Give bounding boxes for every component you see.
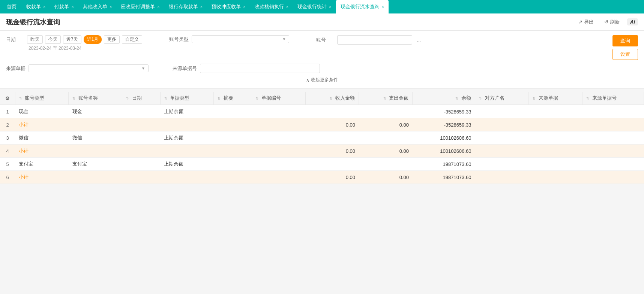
col-account-type[interactable]: ⇅ 账号类型 — [15, 92, 69, 105]
close-tab-2[interactable]: × — [110, 4, 112, 9]
date-btn-custom[interactable]: 自定义 — [122, 35, 142, 44]
source-doc-label: 来源单据 — [6, 65, 26, 72]
query-button[interactable]: 查询 — [612, 35, 638, 46]
date-btn-yesterday[interactable]: 昨天 — [27, 35, 43, 44]
row-no: 5 — [0, 158, 15, 171]
ai-badge[interactable]: Ai — [627, 18, 638, 25]
nav-tab-3[interactable]: 应收应付调整单 × — [116, 0, 164, 13]
row-source-doc — [528, 118, 582, 131]
sort-icon-source-doc: ⇅ — [533, 97, 536, 100]
sort-icon-account-name: ⇅ — [72, 97, 75, 100]
nav-tab-1[interactable]: 付款单 × — [50, 0, 78, 13]
close-tab-4[interactable]: × — [200, 4, 203, 9]
account-dots-icon[interactable]: ... — [415, 37, 422, 43]
settings-button[interactable]: 设置 — [612, 49, 638, 60]
source-doc-no-label: 来源单据号 — [173, 65, 197, 72]
nav-tab-2[interactable]: 其他收入单 × — [78, 0, 116, 13]
row-counterparty — [475, 171, 528, 184]
row-expense — [359, 131, 413, 145]
account-type-select[interactable]: ▼ — [192, 35, 289, 43]
source-doc-arrow-icon: ▼ — [141, 66, 145, 70]
export-button[interactable]: ↗ 导出 — [575, 17, 597, 27]
row-no: 1 — [0, 105, 15, 118]
date-btn-today[interactable]: 今天 — [45, 35, 61, 44]
nav-tab-7[interactable]: 现金银行统计 × — [293, 0, 336, 13]
table-header-row: ⚙ ⇅ 账号类型 ⇅ 账号名称 ⇅ 日期 ⇅ 单据类型 — [0, 92, 644, 105]
row-balance: 100102606.60 — [413, 145, 475, 158]
account-type-arrow-icon: ▼ — [282, 37, 286, 41]
col-account-name[interactable]: ⇅ 账号名称 — [69, 92, 122, 105]
col-settings[interactable]: ⚙ — [0, 92, 15, 105]
row-source-doc-no — [582, 131, 644, 145]
nav-tab-6[interactable]: 收款核销执行 × — [250, 0, 293, 13]
row-source-doc — [528, 171, 582, 184]
date-btn-1month[interactable]: 近1月 — [84, 35, 102, 44]
source-doc-no-input[interactable] — [200, 64, 320, 73]
page-title: 现金银行流水查询 — [6, 18, 60, 27]
table-body: 1现金现金上期余额-3528659.332小计0.000.00-3528659.… — [0, 105, 644, 184]
source-doc-select[interactable]: ▼ — [29, 64, 149, 72]
col-summary[interactable]: ⇅ 摘要 — [214, 92, 252, 105]
table-row: 5支付宝支付宝上期余额19871073.60 — [0, 158, 644, 171]
date-btn-more[interactable]: 更多 — [104, 35, 120, 44]
row-no: 3 — [0, 131, 15, 145]
row-account-type: 支付宝 — [15, 158, 69, 171]
row-counterparty — [475, 131, 528, 145]
nav-tab-0[interactable]: 收款单 × — [22, 0, 50, 13]
col-doc-no[interactable]: ⇅ 单据编号 — [252, 92, 305, 105]
sort-icon-income: ⇅ — [330, 97, 333, 100]
row-account-name: 支付宝 — [69, 158, 122, 171]
row-doc-no — [252, 145, 305, 158]
row-source-doc-no — [582, 118, 644, 131]
page-header: 现金银行流水查询 ↗ 导出 ↺ 刷新 Ai — [0, 13, 644, 31]
col-source-doc[interactable]: ⇅ 来源单据 — [528, 92, 582, 105]
table-container: ⚙ ⇅ 账号类型 ⇅ 账号名称 ⇅ 日期 ⇅ 单据类型 — [0, 92, 644, 184]
close-tab-7[interactable]: × — [329, 4, 331, 9]
row-account-name — [69, 171, 122, 184]
row-account-type: 微信 — [15, 131, 69, 145]
col-doc-type[interactable]: ⇅ 单据类型 — [160, 92, 214, 105]
col-source-doc-no[interactable]: ⇅ 来源单据号 — [582, 92, 644, 105]
col-date[interactable]: ⇅ 日期 — [122, 92, 160, 105]
row-doc-no — [252, 171, 305, 184]
row-doc-type — [160, 145, 214, 158]
close-tab-5[interactable]: × — [243, 4, 245, 9]
account-input[interactable] — [337, 35, 412, 45]
collapse-icon: ∧ — [306, 78, 309, 83]
close-tab-8[interactable]: × — [382, 4, 384, 9]
nav-tab-5[interactable]: 预收冲应收单 × — [207, 0, 250, 13]
sort-icon-balance: ⇅ — [455, 97, 458, 100]
collapse-bar[interactable]: ∧ 收起更多条件 — [6, 75, 638, 84]
table-row: 4小计0.000.00100102606.60 — [0, 145, 644, 158]
col-income[interactable]: ⇅ 收入金额 — [305, 92, 359, 105]
row-balance: 19871073.60 — [413, 171, 475, 184]
sort-icon-doc-no: ⇅ — [256, 97, 259, 100]
nav-home[interactable]: 首页 — [2, 0, 22, 13]
row-no: 4 — [0, 145, 15, 158]
sort-icon-summary: ⇅ — [218, 97, 221, 100]
refresh-button[interactable]: ↺ 刷新 — [601, 17, 623, 27]
close-tab-6[interactable]: × — [286, 4, 288, 9]
date-btn-7days[interactable]: 近7天 — [63, 35, 81, 44]
close-tab-3[interactable]: × — [157, 4, 159, 9]
sort-icon-expense: ⇅ — [383, 97, 386, 100]
table-row: 2小计0.000.00-3528659.33 — [0, 118, 644, 131]
row-date — [122, 131, 160, 145]
row-source-doc-no — [582, 145, 644, 158]
row-summary — [214, 145, 252, 158]
row-account-type: 小计 — [15, 118, 69, 131]
close-tab-1[interactable]: × — [71, 4, 74, 9]
nav-tab-4[interactable]: 银行存取款单 × — [164, 0, 207, 13]
row-source-doc — [528, 158, 582, 171]
sort-icon-doc-type: ⇅ — [164, 97, 167, 100]
col-counterparty[interactable]: ⇅ 对方户名 — [475, 92, 528, 105]
close-tab-0[interactable]: × — [43, 4, 45, 9]
row-expense: 0.00 — [359, 171, 413, 184]
nav-tab-8[interactable]: 现金银行流水查询 × — [336, 0, 389, 13]
col-balance[interactable]: ⇅ 余额 — [413, 92, 475, 105]
row-counterparty — [475, 145, 528, 158]
export-icon: ↗ — [578, 19, 582, 25]
row-date — [122, 158, 160, 171]
row-no: 6 — [0, 171, 15, 184]
col-expense[interactable]: ⇅ 支出金额 — [359, 92, 413, 105]
